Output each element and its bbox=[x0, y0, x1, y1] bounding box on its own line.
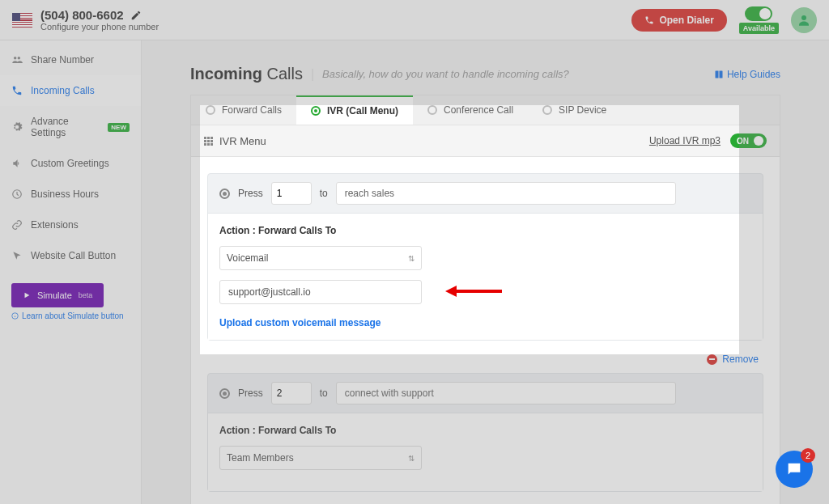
radio-icon bbox=[206, 105, 215, 115]
rule-head: Press to bbox=[208, 374, 763, 413]
main-content: Incoming Calls | Basically, how do you w… bbox=[142, 40, 829, 504]
phone-icon bbox=[11, 85, 23, 96]
link-icon bbox=[11, 219, 23, 231]
upload-ivr-link[interactable]: Upload IVR mp3 bbox=[649, 135, 721, 146]
info-icon bbox=[11, 312, 19, 320]
page-title: Incoming Calls bbox=[190, 65, 303, 83]
open-dialer-label: Open Dialer bbox=[659, 15, 713, 26]
voicemail-email-input[interactable] bbox=[219, 280, 422, 304]
topbar: (504) 800-6602 Configure your phone numb… bbox=[0, 0, 829, 40]
chat-badge: 2 bbox=[801, 448, 815, 463]
description-input[interactable] bbox=[336, 382, 676, 404]
sidebar-item-label: Advance Settings bbox=[31, 116, 100, 138]
tab-bar: Forward Calls IVR (Call Menu) Conference… bbox=[190, 95, 780, 125]
minus-circle-icon bbox=[707, 354, 717, 365]
sidebar-item-label: Website Call Button bbox=[31, 250, 116, 261]
sidebar-item-incoming-calls[interactable]: Incoming Calls bbox=[0, 75, 141, 106]
chevron-down-icon: ⇅ bbox=[408, 454, 414, 463]
sidebar-item-label: Incoming Calls bbox=[31, 85, 95, 96]
radio-icon bbox=[311, 106, 321, 116]
radio-icon bbox=[427, 105, 437, 115]
sidebar-item-label: Business Hours bbox=[31, 188, 99, 200]
simulate-button[interactable]: Simulate beta bbox=[11, 283, 104, 307]
main-header: Incoming Calls | Basically, how do you w… bbox=[190, 65, 780, 83]
ivr-rule-2: Press to Action : Forward Calls To Team … bbox=[207, 373, 763, 492]
ivr-panel: IVR Menu Upload IVR mp3 ON Press to bbox=[190, 125, 780, 504]
learn-label: Learn about Simulate button bbox=[22, 311, 124, 320]
badge-new: NEW bbox=[108, 123, 130, 132]
action-label: Action : Forward Calls To bbox=[219, 225, 751, 236]
chat-icon bbox=[785, 460, 803, 478]
digit-input[interactable] bbox=[271, 382, 312, 404]
simulate-label: Simulate bbox=[37, 290, 72, 300]
digit-input[interactable] bbox=[271, 182, 312, 205]
phone-number: (504) 800-6602 bbox=[40, 8, 124, 22]
sidebar-item-extensions[interactable]: Extensions bbox=[0, 210, 141, 240]
clock-icon bbox=[11, 188, 23, 200]
gear-icon bbox=[11, 121, 23, 133]
sidebar-item-label: Share Number bbox=[31, 54, 94, 66]
phone-icon bbox=[644, 15, 654, 25]
sidebar-item-share-number[interactable]: Share Number bbox=[0, 44, 141, 75]
open-dialer-button[interactable]: Open Dialer bbox=[631, 9, 726, 32]
sidebar-item-label: Extensions bbox=[31, 219, 79, 231]
tab-sip-device[interactable]: SIP Device bbox=[528, 95, 621, 125]
ivr-rule-1: Press to Action : Forward Calls To Voice… bbox=[207, 173, 763, 341]
learn-simulate-link[interactable]: Learn about Simulate button bbox=[11, 311, 130, 320]
sidebar-item-advance-settings[interactable]: Advance Settings NEW bbox=[0, 106, 141, 148]
sidebar: Share Number Incoming Calls Advance Sett… bbox=[0, 40, 142, 504]
to-label: to bbox=[320, 188, 328, 199]
forward-select[interactable]: Team Members ⇅ bbox=[219, 446, 422, 470]
description-input[interactable] bbox=[336, 182, 676, 205]
to-label: to bbox=[320, 388, 328, 399]
edit-icon[interactable] bbox=[130, 10, 142, 21]
chat-button[interactable]: 2 bbox=[776, 451, 813, 488]
avatar[interactable] bbox=[791, 7, 817, 33]
radio-icon[interactable] bbox=[219, 388, 230, 399]
rule-body: Action : Forward Calls To Team Members ⇅ bbox=[208, 413, 763, 491]
remove-button[interactable]: Remove bbox=[707, 354, 759, 365]
cursor-icon bbox=[11, 250, 23, 261]
help-guides-link[interactable]: Help Guides bbox=[714, 69, 780, 80]
ivr-header: IVR Menu Upload IVR mp3 ON bbox=[191, 125, 780, 157]
play-icon bbox=[23, 291, 31, 299]
ivr-toggle[interactable]: ON bbox=[730, 133, 767, 148]
sidebar-item-business-hours[interactable]: Business Hours bbox=[0, 179, 141, 210]
rule-head: Press to bbox=[208, 174, 763, 214]
svg-point-0 bbox=[801, 15, 806, 20]
availability-block[interactable]: Available bbox=[739, 6, 779, 34]
svg-point-1 bbox=[14, 57, 17, 60]
radio-icon bbox=[542, 105, 552, 115]
ivr-title: IVR Menu bbox=[219, 135, 266, 147]
grid-icon bbox=[204, 137, 213, 146]
phone-block: (504) 800-6602 Configure your phone numb… bbox=[40, 8, 159, 32]
radio-icon[interactable] bbox=[219, 188, 230, 199]
people-icon bbox=[11, 54, 23, 66]
forward-select[interactable]: Voicemail ⇅ bbox=[219, 246, 422, 270]
page-subtitle: Basically, how do you want to handle inc… bbox=[322, 68, 569, 80]
press-label: Press bbox=[238, 388, 263, 399]
press-label: Press bbox=[238, 188, 263, 199]
availability-toggle[interactable] bbox=[745, 6, 772, 21]
tab-forward-calls[interactable]: Forward Calls bbox=[191, 95, 296, 125]
book-icon bbox=[714, 70, 724, 79]
tab-conference-call[interactable]: Conference Call bbox=[413, 95, 528, 125]
upload-voicemail-link[interactable]: Upload custom voicemail message bbox=[219, 317, 751, 328]
chevron-down-icon: ⇅ bbox=[408, 254, 414, 263]
remove-row: Remove bbox=[207, 350, 763, 373]
sidebar-item-label: Custom Greetings bbox=[31, 158, 109, 169]
tab-ivr[interactable]: IVR (Call Menu) bbox=[296, 95, 413, 125]
flag-us-icon bbox=[12, 13, 32, 28]
simulate-beta: beta bbox=[79, 291, 93, 299]
availability-badge: Available bbox=[739, 23, 779, 34]
volume-icon bbox=[11, 158, 23, 169]
action-label: Action : Forward Calls To bbox=[219, 425, 751, 436]
phone-subtitle: Configure your phone number bbox=[40, 22, 159, 32]
svg-point-2 bbox=[18, 57, 20, 60]
rule-body: Action : Forward Calls To Voicemail ⇅ Up… bbox=[208, 214, 763, 340]
sidebar-item-website-call-button[interactable]: Website Call Button bbox=[0, 240, 141, 271]
toggle-knob-icon bbox=[754, 136, 763, 146]
sidebar-item-custom-greetings[interactable]: Custom Greetings bbox=[0, 148, 141, 179]
